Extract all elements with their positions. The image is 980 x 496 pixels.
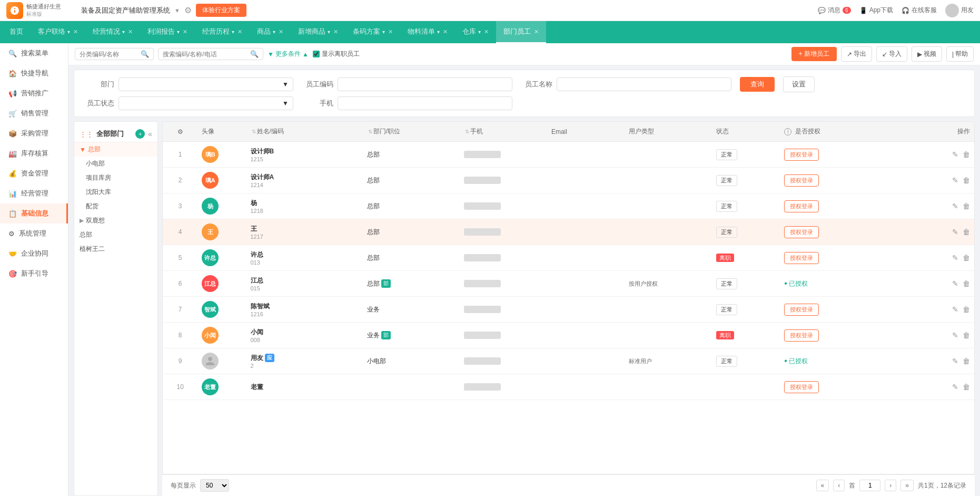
dept-node-hq-main[interactable]: ▼ 总部 bbox=[74, 142, 157, 157]
sidebar-item-finance[interactable]: 💰 资金管理 bbox=[0, 163, 68, 183]
settings-gear-icon[interactable]: ⚙ bbox=[184, 5, 192, 15]
dept-select[interactable]: ▼ bbox=[118, 77, 293, 91]
delete-icon[interactable]: 🗑 bbox=[963, 176, 970, 184]
auth-button[interactable]: 授权登录 bbox=[784, 329, 819, 342]
trial-button[interactable]: 体验行业方案 bbox=[196, 4, 246, 17]
tab-warehouse[interactable]: 仓库▾✕ bbox=[455, 21, 496, 43]
phone-input[interactable] bbox=[338, 96, 512, 110]
edit-icon[interactable]: ✎ bbox=[952, 254, 958, 262]
dept-node-project[interactable]: 项目库房 bbox=[74, 171, 157, 185]
prev-page-button[interactable]: ‹ bbox=[833, 480, 845, 491]
edit-icon[interactable]: ✎ bbox=[952, 176, 958, 184]
export-button[interactable]: ↗ 导出 bbox=[841, 46, 872, 62]
auth-button[interactable]: 授权登录 bbox=[784, 149, 819, 161]
sidebar-item-quick-nav[interactable]: 🏠 快捷导航 bbox=[0, 63, 68, 83]
help-button[interactable]: | 帮助 bbox=[946, 46, 974, 62]
filter-settings-button[interactable]: 设置 bbox=[783, 76, 815, 92]
auth-button[interactable]: 授权登录 bbox=[784, 381, 819, 393]
more-conditions-button[interactable]: ▼ 更多条件 ▲ bbox=[268, 50, 309, 59]
close-tab-bom[interactable]: ✕ bbox=[443, 28, 448, 35]
tab-add-goods[interactable]: 新增商品▾✕ bbox=[291, 21, 345, 43]
close-tab-journey[interactable]: ✕ bbox=[237, 28, 242, 35]
dept-collapse-icon[interactable]: « bbox=[148, 130, 152, 138]
edit-icon[interactable]: ✎ bbox=[952, 150, 958, 159]
sidebar-item-inventory[interactable]: 🏭 库存核算 bbox=[0, 143, 68, 163]
tab-journey[interactable]: 经营历程▾✕ bbox=[195, 21, 250, 43]
delete-icon[interactable]: 🗑 bbox=[963, 305, 970, 314]
phone-search-box[interactable]: 🔍 bbox=[158, 48, 263, 60]
sidebar-item-guide[interactable]: 🎯 新手引导 bbox=[0, 264, 68, 284]
delete-icon[interactable]: 🗑 bbox=[963, 357, 970, 365]
auth-button[interactable]: 授权登录 bbox=[784, 252, 819, 264]
classify-input[interactable] bbox=[80, 51, 138, 58]
import-button[interactable]: ↙ 导入 bbox=[876, 46, 907, 62]
app-download-button[interactable]: 📱 App下载 bbox=[859, 6, 893, 15]
th-settings[interactable]: ⚙ bbox=[163, 122, 197, 142]
dept-add-icon[interactable]: + bbox=[135, 129, 145, 139]
sidebar-item-management[interactable]: 📊 经营管理 bbox=[0, 183, 68, 203]
delete-icon[interactable]: 🗑 bbox=[963, 331, 970, 339]
sidebar-item-system[interactable]: ⚙ 系统管理 bbox=[0, 223, 68, 244]
code-input[interactable] bbox=[338, 77, 512, 91]
auth-info-icon[interactable]: i bbox=[784, 128, 791, 135]
sidebar-item-collab[interactable]: 🤝 企业协同 bbox=[0, 244, 68, 264]
view-button[interactable]: ▶ 视频 bbox=[912, 46, 942, 62]
dept-node-plant-king[interactable]: 植树王二 bbox=[74, 242, 157, 256]
name-input[interactable] bbox=[557, 77, 731, 91]
show-resigned-checkbox[interactable]: 显示离职员工 bbox=[313, 50, 360, 59]
dept-node-double-deer[interactable]: ▶ 双鹿想 bbox=[74, 213, 157, 228]
close-tab-add-goods[interactable]: ✕ bbox=[333, 28, 338, 35]
close-tab-profit[interactable]: ✕ bbox=[183, 28, 187, 35]
tab-home[interactable]: 首页 bbox=[2, 21, 31, 43]
phone-search-input[interactable] bbox=[163, 51, 248, 58]
system-dropdown-icon[interactable]: ▼ bbox=[174, 7, 180, 14]
edit-icon[interactable]: ✎ bbox=[952, 331, 958, 339]
edit-icon[interactable]: ✎ bbox=[952, 305, 958, 314]
delete-icon[interactable]: 🗑 bbox=[963, 383, 970, 391]
delete-icon[interactable]: 🗑 bbox=[963, 279, 970, 288]
delete-icon[interactable]: 🗑 bbox=[963, 150, 970, 159]
edit-icon[interactable]: ✎ bbox=[952, 279, 958, 288]
dept-node-hq2[interactable]: 总部 bbox=[74, 228, 157, 242]
close-tab-staff[interactable]: ✕ bbox=[534, 28, 539, 35]
add-employee-button[interactable]: + 新增员工 bbox=[791, 47, 837, 61]
edit-icon[interactable]: ✎ bbox=[952, 357, 958, 365]
page-number-input[interactable] bbox=[859, 480, 880, 491]
close-tab-goods[interactable]: ✕ bbox=[279, 28, 283, 35]
sidebar-item-purchase[interactable]: 📦 采购管理 bbox=[0, 123, 68, 143]
delete-icon[interactable]: 🗑 bbox=[963, 202, 970, 210]
tab-goods[interactable]: 商品▾✕ bbox=[250, 21, 291, 43]
sidebar-item-search[interactable]: 🔍 搜索菜单 bbox=[0, 43, 68, 63]
delete-icon[interactable]: 🗑 bbox=[963, 228, 970, 236]
online-service-button[interactable]: 🎧 在线客服 bbox=[902, 6, 937, 15]
th-dept[interactable]: ⇅部门/职位 bbox=[363, 122, 460, 142]
last-page-button[interactable]: » bbox=[900, 480, 914, 491]
status-select[interactable]: ▼ bbox=[118, 96, 293, 110]
query-button[interactable]: 查询 bbox=[740, 77, 775, 92]
user-avatar-button[interactable]: 用友 bbox=[945, 4, 974, 17]
auth-button[interactable]: 授权登录 bbox=[784, 174, 819, 187]
messages-button[interactable]: 💬 消息 6 bbox=[818, 6, 851, 15]
auth-button[interactable]: 授权登录 bbox=[784, 200, 819, 212]
sidebar-item-basic-info[interactable]: 📋 基础信息 bbox=[0, 203, 68, 223]
close-tab-customer[interactable]: ✕ bbox=[73, 28, 78, 35]
sidebar-item-marketing[interactable]: 📢 营销推广 bbox=[0, 83, 68, 103]
classify-search-box[interactable]: 🔍 bbox=[75, 48, 154, 60]
auth-button[interactable]: 授权登录 bbox=[784, 304, 819, 316]
delete-icon[interactable]: 🗑 bbox=[963, 254, 970, 262]
tab-barcode[interactable]: 条码方案▾✕ bbox=[345, 21, 400, 43]
tab-operation[interactable]: 经营情况▾✕ bbox=[85, 21, 140, 43]
edit-icon[interactable]: ✎ bbox=[952, 202, 958, 210]
auth-button[interactable]: 授权登录 bbox=[784, 226, 819, 238]
tab-staff[interactable]: 部门员工✕ bbox=[496, 21, 546, 43]
close-tab-barcode[interactable]: ✕ bbox=[388, 28, 393, 35]
dept-node-shenyang[interactable]: 沈阳大库 bbox=[74, 185, 157, 199]
edit-icon[interactable]: ✎ bbox=[952, 228, 958, 236]
edit-icon[interactable]: ✎ bbox=[952, 383, 958, 391]
per-page-select[interactable]: 50 100 bbox=[200, 479, 229, 492]
sidebar-item-sales[interactable]: 🛒 销售管理 bbox=[0, 103, 68, 123]
th-name[interactable]: ⇅姓名/编码 bbox=[246, 122, 363, 142]
th-phone[interactable]: ⇅手机 bbox=[460, 122, 547, 142]
tab-customer[interactable]: 客户联络▾✕ bbox=[31, 21, 85, 43]
tab-profit[interactable]: 利润报告▾✕ bbox=[140, 21, 195, 43]
